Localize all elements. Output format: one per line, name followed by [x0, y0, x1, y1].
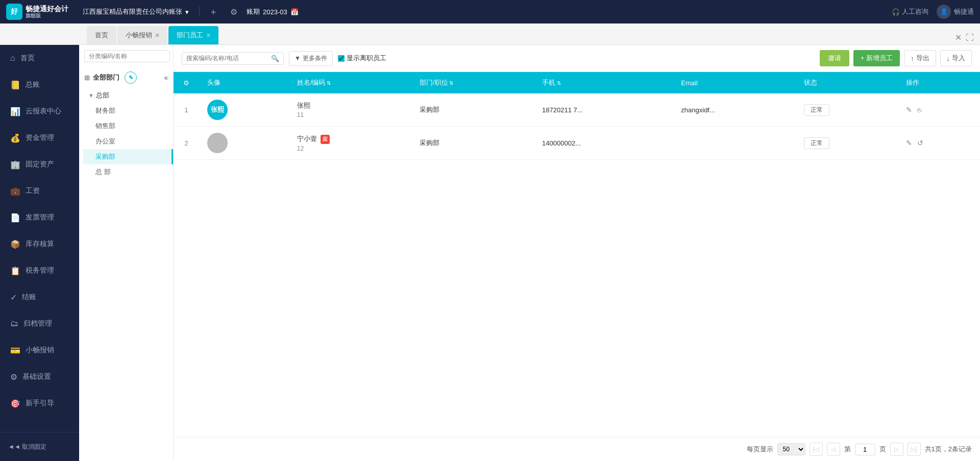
col-settings[interactable]: ⚙ [174, 72, 199, 93]
first-page-button[interactable]: |◁ [810, 443, 823, 456]
sidebar-item-close[interactable]: ✓ 结账 [0, 284, 79, 310]
import-icon: ↓ [947, 55, 950, 62]
sidebar-salary-label: 工资 [26, 186, 40, 196]
archive-icon: 🗂 [10, 319, 18, 328]
sidebar-item-assets[interactable]: 🏢 固定资产 [0, 151, 79, 178]
calendar-icon[interactable]: 📅 [290, 8, 299, 16]
sidebar-tax-label: 税务管理 [26, 266, 54, 275]
dept-sales-label: 销售部 [95, 122, 115, 130]
ledger-icon: 📒 [10, 80, 20, 90]
user-area[interactable]: 👤 畅捷通 [937, 5, 974, 19]
sidebar-xiaochang-label: 小畅报销 [26, 346, 54, 355]
dept-all-button[interactable]: ⊞ 全部部门 ✎ « [79, 67, 173, 88]
row1-name-code: 张熙 11 [289, 93, 411, 127]
period-label: 账期 [247, 7, 260, 16]
next-page-button[interactable]: ▷ [890, 443, 903, 456]
company-selector[interactable]: 江西服宝精品有限责任公司内账张 ▾ [79, 5, 193, 18]
tab-expand-icon[interactable]: ⛶ [966, 33, 974, 42]
col-phone[interactable]: 手机 [534, 72, 673, 93]
app-title: 畅捷通好会计 [26, 5, 68, 13]
row1-status: 正常 [796, 93, 898, 127]
col-avatar: 头像 [199, 72, 289, 93]
user-name: 畅捷通 [954, 7, 974, 16]
sidebar-item-archive[interactable]: 🗂 归档管理 [0, 310, 79, 337]
sidebar-item-reports[interactable]: 📊 云报表中心 [0, 98, 79, 125]
header-divider [199, 7, 200, 17]
show-resigned-checkbox-label[interactable]: 显示离职员工 [338, 54, 386, 63]
invite-button[interactable]: 邀请 [820, 50, 849, 66]
row2-email [673, 127, 795, 160]
page-number-input[interactable] [855, 444, 875, 455]
dept-child-headquarters[interactable]: 总 部 [83, 164, 173, 180]
show-resigned-checkbox[interactable] [338, 55, 345, 62]
row2-edit-icon[interactable]: ✎ [906, 139, 912, 147]
settings-icon[interactable]: ⚙ [227, 7, 240, 17]
tab-close-window-icon[interactable]: ✕ [955, 33, 962, 42]
col-status: 状态 [796, 72, 898, 93]
row1-logout-icon[interactable]: ⎋ [917, 106, 921, 114]
page-size-select[interactable]: 50 100 200 [777, 443, 805, 455]
dept-office-label: 办公室 [95, 137, 115, 145]
row2-phone: 140000002... [534, 127, 673, 160]
prev-page-button[interactable]: ◁ [827, 443, 840, 456]
dept-child-office[interactable]: 办公室 [83, 134, 173, 149]
export-button[interactable]: ↑ 导出 [904, 50, 936, 66]
tab-department-close[interactable]: × [206, 31, 210, 39]
add-employee-button[interactable]: + 新增员工 [853, 50, 900, 66]
sidebar-item-home[interactable]: ⌂ 首页 [0, 45, 79, 71]
invoice-icon: 📄 [10, 213, 20, 223]
sidebar-close-label: 结账 [22, 293, 36, 302]
service-button[interactable]: 🎧 人工咨询 [892, 7, 928, 16]
col-name-code[interactable]: 姓名/编码 [289, 72, 411, 93]
last-page-button[interactable]: ▷| [908, 443, 921, 456]
inventory-icon: 📦 [10, 239, 20, 249]
pagination-bar: 每页显示 50 100 200 |◁ ◁ 第 页 ▷ ▷| 共1页，2条记录 [174, 437, 980, 461]
tab-department[interactable]: 部门员工 × [168, 26, 218, 44]
emp-toolbar: 🔍 ▼ 更多条件 显示离职员工 邀请 + 新增员工 [174, 45, 980, 72]
import-button[interactable]: ↓ 导入 [940, 50, 972, 66]
sidebar-item-guide[interactable]: 🎯 新手引导 [0, 390, 79, 417]
sidebar-item-funds[interactable]: 💰 资金管理 [0, 125, 79, 151]
dept-tree: ⊞ 全部部门 ✎ « ▼ 总部 财务部 销售部 [79, 65, 173, 461]
dept-collapse-button[interactable]: « [164, 74, 168, 82]
sidebar-item-settings[interactable]: ⚙ 基础设置 [0, 363, 79, 390]
export-icon: ↑ [911, 55, 914, 62]
xiaochang-icon: 💳 [10, 346, 20, 355]
employee-search-input[interactable] [186, 55, 268, 62]
dept-child-purchase[interactable]: 采购部 [83, 149, 173, 164]
row1-name-code-block: 张熙 11 [297, 101, 403, 118]
add-company-button[interactable]: ＋ [206, 6, 221, 18]
col-dept-position[interactable]: 部门/职位 [411, 72, 534, 93]
sidebar-item-invoice[interactable]: 📄 发票管理 [0, 204, 79, 231]
row1-avatar: 张熙 [207, 100, 228, 120]
dropdown-icon: ▾ [185, 8, 189, 16]
salary-icon: 💼 [10, 186, 20, 196]
sidebar-invoice-label: 发票管理 [26, 213, 54, 222]
row1-dept: 采购部 [411, 93, 534, 127]
headset-icon: 🎧 [892, 8, 900, 16]
sidebar-item-ledger[interactable]: 📒 总账 [0, 71, 79, 98]
sidebar-funds-label: 资金管理 [26, 133, 54, 142]
dept-edit-button[interactable]: ✎ [125, 71, 137, 84]
sidebar-item-salary[interactable]: 💼 工资 [0, 178, 79, 204]
home-icon: ⌂ [10, 54, 15, 63]
logo-area: 好 畅捷通好会计 旗舰版 [6, 4, 72, 20]
dept-child-sales[interactable]: 销售部 [83, 118, 173, 134]
dept-group-label[interactable]: ▼ 总部 [83, 88, 173, 103]
dept-search-input[interactable] [84, 50, 170, 62]
tab-home[interactable]: 首页 [87, 26, 116, 44]
sidebar-item-tax[interactable]: 📋 税务管理 [0, 257, 79, 284]
row2-delete-icon[interactable]: ↺ [917, 139, 923, 147]
unpin-button[interactable]: ◄◄ 取消固定 [0, 438, 79, 456]
row2-name-code-block: 宁小壹 应 12 [297, 134, 403, 152]
more-filter-button[interactable]: ▼ 更多条件 [289, 51, 333, 66]
tab-expense[interactable]: 小畅报销 × [117, 26, 167, 44]
tab-expense-close[interactable]: × [155, 31, 159, 39]
sidebar-item-xiaochang[interactable]: 💳 小畅报销 [0, 337, 79, 363]
sidebar-item-inventory[interactable]: 📦 库存核算 [0, 231, 79, 257]
row2-code: 12 [297, 145, 403, 152]
dept-child-finance[interactable]: 财务部 [83, 103, 173, 118]
row1-edit-icon[interactable]: ✎ [906, 106, 912, 114]
header-right: 🎧 人工咨询 👤 畅捷通 [892, 5, 974, 19]
employee-search-icon[interactable]: 🔍 [271, 55, 279, 62]
